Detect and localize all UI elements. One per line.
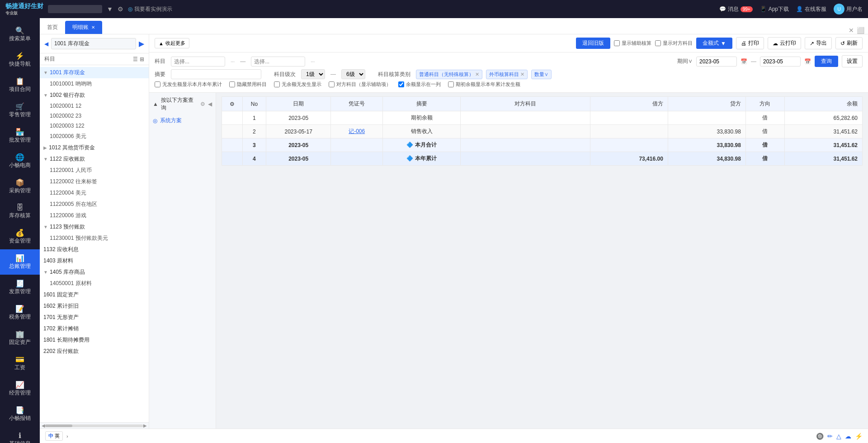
tag-foreign-close[interactable]: ✕ (520, 71, 524, 77)
col-gear[interactable]: ⚙ (222, 97, 243, 111)
sidebar-item-payroll[interactable]: 💳 工资 (0, 351, 40, 376)
tree-item-1012[interactable]: ▶ 1012 其他货币资金 (40, 142, 149, 153)
sidebar-item-ecommerce[interactable]: 🌐 小畅电商 (0, 148, 40, 174)
sidebar-item-report[interactable]: 📑 小畅报销 (0, 401, 40, 427)
tree-item-1002[interactable]: ▼ 1002 银行存款 (40, 90, 149, 101)
window-close-icon[interactable]: ✕ (849, 27, 854, 34)
search-settings-icon[interactable]: ⚙ (200, 101, 205, 107)
sidebar-item-accounting[interactable]: 📊 总账管理 (0, 249, 40, 275)
search-collapse-icon[interactable]: ▲ (153, 101, 158, 107)
app-download-btn[interactable]: 📱 App下载 (760, 5, 789, 13)
tree-item-10020003[interactable]: 10020003 122 (40, 121, 149, 131)
tree-item-11220004[interactable]: 11220004 美元 (40, 187, 149, 199)
message-btn[interactable]: 💬 消息 99+ (719, 5, 753, 13)
tree-nav-icon[interactable]: ▶ (139, 39, 144, 48)
tree-item-2202[interactable]: 2202 应付账款 (40, 346, 149, 357)
tree-subject-select[interactable]: 1001 库存现金 (51, 38, 136, 49)
tag-normal-close[interactable]: ✕ (475, 71, 479, 77)
topbar-dropdown-icon[interactable]: ▼ (107, 5, 113, 13)
query-btn[interactable]: 查询 (815, 56, 838, 67)
tag-quantity[interactable]: 数量∨ (531, 70, 552, 79)
period-label[interactable]: 期间∨ (677, 57, 693, 65)
tree-scroll-left[interactable]: ◀ (42, 423, 45, 428)
tree-item-1702[interactable]: 1702 累计摊销 (40, 323, 149, 334)
tree-item-10020006[interactable]: 10020006 美元 (40, 131, 149, 142)
sidebar-item-purchase[interactable]: 📦 采购管理 (0, 174, 40, 199)
tree-item-11230001[interactable]: 11230001 预付账款美元 (40, 233, 149, 244)
period-start-input[interactable] (696, 57, 737, 67)
currency-mode-btn[interactable]: 金额式 ▼ (696, 38, 732, 49)
sidebar-item-invoice[interactable]: 🧾 发票管理 (0, 275, 40, 300)
tree-item-14050001[interactable]: 14050001 原材料 (40, 278, 149, 289)
sidebar-item-tax[interactable]: 📝 税务管理 (0, 300, 40, 325)
sidebar-item-search[interactable]: 🔍 搜索菜单 (0, 22, 40, 47)
tree-item-11220005[interactable]: 11220005 所在地区 (40, 199, 149, 210)
summary-input[interactable] (171, 69, 261, 79)
sidebar-item-inventory[interactable]: 🗄 库存核算 (0, 199, 40, 224)
tree-item-11220001[interactable]: 11220001 人民币 (40, 165, 149, 176)
sidebar-item-quick-nav[interactable]: ⚡ 快捷导航 (0, 47, 40, 72)
bottom-icon-2[interactable]: ✏ (827, 433, 833, 440)
bottom-icon-5[interactable]: ⚡ (855, 433, 863, 440)
bottom-icon-1[interactable]: 🔘 (816, 433, 824, 440)
show-opposite-checkbox[interactable]: 显示对方科目 (655, 40, 693, 47)
tree-item-1122[interactable]: ▼ 1122 应收账款 (40, 153, 149, 165)
tree-item-11220002[interactable]: 11220002 往来标签 (40, 176, 149, 187)
topbar-search-input[interactable] (48, 5, 102, 13)
demo-link[interactable]: ◎ 我要看实例演示 (128, 5, 172, 13)
bottom-icon-4[interactable]: ☁ (845, 433, 851, 440)
sidebar-item-project[interactable]: 📋 项目合同 (0, 72, 40, 98)
sidebar-item-basic[interactable]: ℹ 基础信息 (0, 427, 40, 443)
tree-item-10020002[interactable]: 10020002 23 (40, 111, 149, 121)
settings-btn[interactable]: 设置 (842, 55, 863, 67)
sidebar-item-retail[interactable]: 🛒 零售管理 (0, 98, 40, 123)
tree-item-11220006[interactable]: 11220006 游戏 (40, 210, 149, 221)
topbar-settings-icon[interactable]: ⚙ (118, 5, 123, 13)
level-end-select[interactable]: 6级5级4级 (341, 69, 365, 79)
sidebar-item-operations[interactable]: 📈 经营管理 (0, 376, 40, 401)
tree-item-1403[interactable]: 1403 原材料 (40, 255, 149, 267)
tree-expand-icon[interactable]: ⊞ (140, 56, 144, 62)
search-close-icon[interactable]: ◀ (208, 101, 212, 107)
window-maximize-icon[interactable]: ⬜ (857, 27, 864, 34)
level-start-select[interactable]: 1级2级3级 (301, 69, 325, 79)
tree-item-1405[interactable]: ▼ 1405 库存商品 (40, 267, 149, 278)
cb-period-balance[interactable]: 期初余额显示本年累计发生额 (448, 81, 520, 88)
lang-toggle-btn[interactable]: 中 英 (45, 431, 63, 441)
subject-input[interactable] (171, 57, 225, 67)
subject-input-end[interactable] (251, 57, 305, 67)
back-old-version-btn[interactable]: 退回旧版 (576, 38, 610, 49)
sidebar-item-finance[interactable]: 💰 资金管理 (0, 224, 40, 249)
cloud-print-btn[interactable]: ☁ 云打印 (768, 37, 801, 49)
period-end-input[interactable] (760, 57, 801, 67)
tree-item-1601[interactable]: 1601 固定资产 (40, 289, 149, 300)
cb-opposite[interactable]: 对方科目（显示辅助项） (329, 81, 391, 88)
user-avatar[interactable]: U 用户名 (834, 4, 863, 14)
cb-no-balance[interactable]: 无发生额显示本月本年累计 (155, 81, 222, 88)
period-calendar-icon1[interactable]: 📅 (741, 58, 747, 65)
online-service-btn[interactable]: 👤 在线客服 (796, 5, 826, 13)
tree-item-1123[interactable]: ▼ 1123 预付账款 (40, 221, 149, 233)
tree-list-icon[interactable]: ☰ (133, 56, 138, 62)
sidebar-item-wholesale[interactable]: 🏪 批发管理 (0, 123, 40, 148)
tree-item-1132[interactable]: 1132 应收利息 (40, 244, 149, 255)
cb-hide-disabled[interactable]: 隐藏禁用科目 (229, 81, 267, 88)
cb-no-balance2[interactable]: 无余额无发生显示 (274, 81, 321, 88)
print-btn[interactable]: 🖨 打印 (736, 37, 764, 49)
tab-home[interactable]: 首页 (40, 21, 65, 34)
tree-item-1701[interactable]: 1701 无形资产 (40, 312, 149, 323)
tree-item-1001[interactable]: ▼ 1001 库存现金 (40, 67, 149, 78)
export-btn[interactable]: ↗ 导出 (805, 37, 832, 49)
tree-item-10020001[interactable]: 10020001 12 (40, 101, 149, 111)
bottom-icon-3[interactable]: △ (836, 433, 841, 440)
tree-item-1801[interactable]: 1801 长期待摊费用 (40, 334, 149, 346)
sidebar-item-assets[interactable]: 🏢 固定资产 (0, 325, 40, 351)
show-auxiliary-checkbox[interactable]: 显示辅助核算 (614, 40, 651, 47)
tree-scrollbar[interactable] (45, 424, 143, 427)
tree-item-10010001[interactable]: 10010001 哟哟哟 (40, 78, 149, 90)
period-calendar-icon2[interactable]: 📅 (804, 58, 811, 65)
row-voucher-2[interactable]: 记-006 (331, 125, 383, 138)
refresh-btn[interactable]: ↺ 刷新 (835, 37, 863, 49)
tree-item-1602[interactable]: 1602 累计折旧 (40, 300, 149, 312)
cb-balance-one-col[interactable]: 余额显示在一列 (398, 81, 441, 88)
